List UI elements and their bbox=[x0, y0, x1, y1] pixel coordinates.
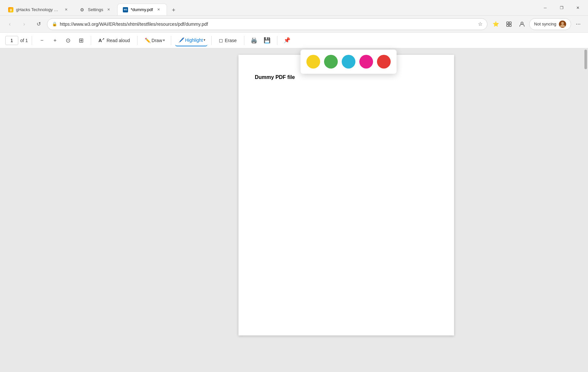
maximize-button[interactable]: ❐ bbox=[554, 3, 569, 13]
divider-6 bbox=[244, 36, 244, 45]
color-cyan[interactable] bbox=[342, 55, 355, 69]
pin-button[interactable]: 📌 bbox=[281, 35, 293, 46]
pdf-toolbar: of 1 − + ⊙ ⊞ A↗ Read aloud ✏️ Draw ▾ 🖊️ … bbox=[0, 33, 588, 48]
favorites-button[interactable]: ⭐ bbox=[490, 18, 502, 30]
tab-title-ghacks: gHacks Technology News bbox=[16, 7, 60, 12]
save-button[interactable]: 💾 bbox=[261, 35, 273, 46]
draw-label: Draw bbox=[152, 38, 162, 43]
read-aloud-button[interactable]: A↗ Read aloud bbox=[95, 35, 133, 46]
divider-2 bbox=[91, 36, 91, 45]
divider-4 bbox=[171, 36, 171, 45]
zoom-in-button[interactable]: + bbox=[49, 35, 61, 46]
read-aloud-label: Read aloud bbox=[106, 38, 130, 43]
tab-favicon-ghacks: g bbox=[8, 7, 13, 12]
highlight-icon: 🖊️ bbox=[178, 37, 185, 43]
url-bar[interactable]: 🔒 https://www.w3.org/WAI/ER/tests/xhtml/… bbox=[47, 18, 487, 30]
address-bar: ‹ › ↺ 🔒 https://www.w3.org/WAI/ER/tests/… bbox=[0, 16, 588, 33]
refresh-button[interactable]: ↺ bbox=[33, 18, 44, 30]
back-button[interactable]: ‹ bbox=[4, 18, 16, 30]
fit-width-button[interactable]: ⊞ bbox=[75, 35, 87, 46]
scrollbar-track[interactable] bbox=[583, 48, 588, 372]
highlight-button[interactable]: 🖊️ Highlight ▾ bbox=[175, 35, 207, 46]
main-content: Dummy PDF file bbox=[0, 48, 588, 372]
highlight-color-picker bbox=[301, 50, 397, 74]
erase-button[interactable]: ◻ Erase bbox=[216, 35, 240, 46]
url-text: https://www.w3.org/WAI/ER/tests/xhtml/te… bbox=[60, 22, 475, 27]
erase-label: Erase bbox=[225, 38, 237, 43]
zoom-out-button[interactable]: − bbox=[36, 35, 48, 46]
draw-chevron-icon: ▾ bbox=[163, 38, 165, 42]
page-navigation: of 1 bbox=[5, 36, 28, 45]
not-syncing-label: Not syncing bbox=[534, 22, 556, 26]
tab-settings[interactable]: ⚙ Settings ✕ bbox=[74, 4, 117, 15]
svg-point-6 bbox=[561, 22, 564, 24]
right-panel bbox=[581, 48, 588, 372]
tab-dummy-pdf[interactable]: W3 *dummy.pdf ✕ bbox=[117, 4, 167, 15]
forward-button[interactable]: › bbox=[18, 18, 30, 30]
new-tab-button[interactable]: + bbox=[168, 5, 179, 15]
divider-1 bbox=[32, 36, 32, 45]
profile-button[interactable] bbox=[516, 18, 528, 30]
divider-3 bbox=[137, 36, 138, 45]
page-input[interactable] bbox=[5, 36, 18, 45]
pdf-page: Dummy PDF file bbox=[238, 55, 454, 335]
title-bar: g gHacks Technology News ✕ ⚙ Settings ✕ … bbox=[0, 0, 588, 16]
more-button[interactable]: ··· bbox=[572, 18, 584, 30]
highlight-label: Highlight bbox=[185, 38, 203, 43]
collections-button[interactable] bbox=[503, 18, 515, 30]
svg-rect-1 bbox=[509, 22, 511, 24]
minimize-button[interactable]: ─ bbox=[538, 3, 553, 13]
toolbar-right: ⭐ Not syncing bbox=[490, 18, 584, 30]
tabs-container: g gHacks Technology News ✕ ⚙ Settings ✕ … bbox=[3, 0, 538, 15]
svg-rect-3 bbox=[509, 24, 511, 26]
tab-ghacks[interactable]: g gHacks Technology News ✕ bbox=[3, 4, 74, 15]
window-controls: ─ ❐ ✕ bbox=[538, 3, 585, 13]
draw-button[interactable]: ✏️ Draw ▾ bbox=[141, 35, 167, 46]
color-green[interactable] bbox=[324, 55, 338, 69]
tab-title-settings: Settings bbox=[88, 7, 103, 12]
tab-close-pdf[interactable]: ✕ bbox=[155, 7, 161, 13]
lock-icon: 🔒 bbox=[52, 22, 57, 26]
profile-avatar bbox=[559, 21, 566, 28]
scrollbar-thumb[interactable] bbox=[584, 50, 587, 69]
divider-5 bbox=[211, 36, 212, 45]
color-yellow[interactable] bbox=[306, 55, 320, 69]
tab-title-pdf: *dummy.pdf bbox=[131, 7, 153, 12]
not-syncing-button[interactable]: Not syncing bbox=[529, 18, 571, 30]
divider-7 bbox=[277, 36, 277, 45]
page-total-label: of 1 bbox=[20, 38, 28, 43]
erase-icon: ◻ bbox=[219, 38, 223, 43]
favorites-star-icon[interactable]: ☆ bbox=[478, 21, 482, 27]
read-aloud-icon: A↗ bbox=[98, 38, 105, 43]
pdf-area: Dummy PDF file bbox=[111, 48, 581, 372]
close-button[interactable]: ✕ bbox=[570, 3, 585, 13]
svg-rect-2 bbox=[507, 24, 509, 26]
print-button[interactable]: 🖨️ bbox=[248, 35, 260, 46]
fit-page-button[interactable]: ⊙ bbox=[62, 35, 74, 46]
tab-favicon-pdf: W3 bbox=[123, 7, 128, 12]
highlight-chevron-icon: ▾ bbox=[204, 38, 205, 42]
tab-close-ghacks[interactable]: ✕ bbox=[63, 7, 69, 13]
svg-rect-0 bbox=[507, 22, 509, 24]
tab-favicon-settings: ⚙ bbox=[80, 7, 85, 12]
pdf-content-title: Dummy PDF file bbox=[255, 74, 438, 80]
color-red[interactable] bbox=[377, 55, 391, 69]
tab-close-settings[interactable]: ✕ bbox=[106, 7, 112, 13]
left-panel bbox=[0, 48, 111, 372]
draw-icon: ✏️ bbox=[145, 38, 151, 43]
color-pink[interactable] bbox=[359, 55, 373, 69]
